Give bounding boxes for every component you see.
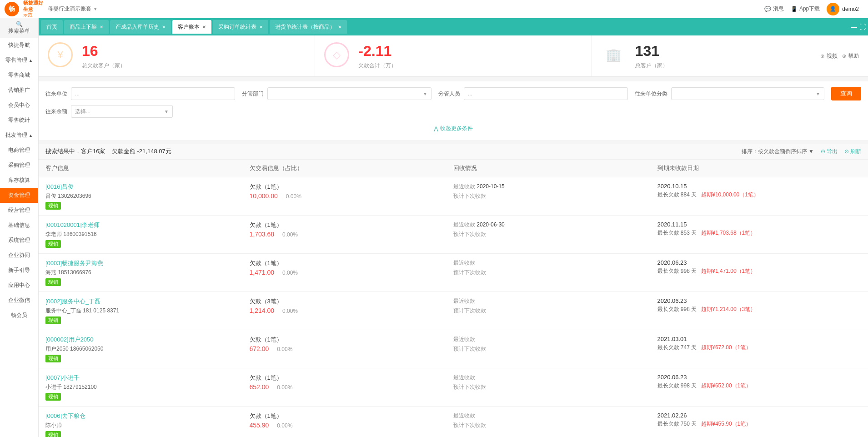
overdue-days-0: 最长欠款 884 天 超期¥10,000.00（1笔）	[657, 191, 862, 199]
video-button[interactable]: ⊙ 视频	[820, 52, 837, 60]
tab-close-purchase-stat[interactable]: ✕	[259, 25, 263, 30]
overdue-link-2[interactable]: 超期¥1,471.00（1笔）	[701, 268, 756, 274]
customer-phone-0: 吕俊 13026203696	[45, 192, 250, 200]
recovery-info-3: 最近收款 预计下次收款	[453, 297, 657, 324]
tab-purchase-stat[interactable]: 采购订单统计表 ✕	[213, 20, 268, 34]
tab-collapse-button[interactable]: —	[851, 23, 857, 30]
export-button[interactable]: ⊙ 导出	[821, 148, 838, 156]
filter-row-2: 往来余额 选择... ▼	[45, 105, 861, 118]
debt-amount-3[interactable]: 1,214.00	[250, 307, 275, 314]
sidebar-item-retail-mgmt[interactable]: 零售管理 ▲	[0, 53, 38, 68]
sidebar-item-basic-info[interactable]: 基础信息	[0, 218, 38, 233]
tab-home[interactable]: 首页	[41, 20, 63, 34]
unit-category-arrow-icon: ▼	[816, 91, 820, 96]
overdue-link-5[interactable]: 超期¥652.00（1笔）	[701, 382, 751, 389]
sidebar-item-vip-member[interactable]: 畅会员	[0, 308, 38, 323]
tab-close-product-history[interactable]: ✕	[162, 25, 166, 30]
debt-amount-5[interactable]: 652.00	[250, 383, 269, 391]
customer-tag-1: 现销	[45, 240, 61, 248]
sidebar-item-member-center[interactable]: 会员中心	[0, 98, 38, 113]
sidebar-search-menu[interactable]: 🔍 搜索菜单	[0, 18, 38, 38]
person-input[interactable]: ...	[464, 87, 628, 100]
overdue-link-1[interactable]: 超期¥1,703.68（1笔）	[701, 230, 756, 236]
collapse-icon: ⋀	[434, 126, 438, 132]
sidebar-item-inventory[interactable]: 库存核算	[0, 173, 38, 188]
stat-info-debt-customers: 16 总欠款客户（家）	[82, 43, 306, 70]
overdue-link-4[interactable]: 超期¥672.00（1笔）	[701, 344, 751, 351]
unit-category-select[interactable]: ▼	[671, 87, 824, 100]
debt-amount-6[interactable]: 455.90	[250, 422, 269, 429]
customer-name-6[interactable]: [0006]去下粮仓	[45, 412, 250, 420]
customer-name-4[interactable]: [000002]用户2050	[45, 336, 250, 344]
help-button[interactable]: ⊙ 帮助	[842, 52, 859, 60]
filter-area: 往来单位 ... 分管部门 ▼	[39, 81, 868, 140]
sidebar-item-finance[interactable]: 资金管理	[0, 188, 38, 203]
query-button[interactable]: 查询	[831, 87, 861, 100]
tab-product-history[interactable]: 产成品入库单历史 ✕	[110, 20, 171, 34]
stat-right-actions: ⊙ 视频 ⊙ 帮助	[820, 52, 859, 60]
debt-info-6: 欠款（1笔） 455.90 0.00%	[250, 412, 454, 437]
sidebar-item-batch-mgmt[interactable]: 批发管理 ▲	[0, 128, 38, 143]
unit-category-label: 往来单位分类	[635, 90, 667, 98]
filter-dept: 分管部门 ▼	[242, 87, 431, 100]
sidebar-item-enterprise-coop[interactable]: 企业协同	[0, 248, 38, 263]
tab-expand-button[interactable]: ⛶	[859, 23, 866, 30]
stats-bar: ¥ 16 总欠款客户（家） ◇ -2.11 欠款合计（万）	[39, 35, 868, 77]
overdue-info-4: 2021.03.01 最长欠款 747 天 超期¥672.00（1笔）	[657, 336, 862, 362]
sidebar-item-app-center[interactable]: 应用中心	[0, 278, 38, 293]
sidebar-item-retail-store[interactable]: 零售商城	[0, 68, 38, 83]
customer-info-3: [0002]服务中心_丁磊 服务中心_丁磊 181 0125 8371 现销	[45, 297, 250, 324]
sidebar-item-system-mgmt[interactable]: 系统管理	[0, 233, 38, 248]
sidebar-item-retail-stats[interactable]: 零售统计	[0, 113, 38, 128]
filter-source-unit: 往来单位 ...	[45, 87, 235, 100]
overdue-link-3[interactable]: 超期¥1,214.00（3笔）	[701, 306, 756, 312]
overdue-link-6[interactable]: 超期¥455.90（1笔）	[701, 421, 751, 427]
tab-product-online[interactable]: 商品上下架 ✕	[64, 20, 109, 34]
user-profile[interactable]: 👤 demo2	[827, 3, 859, 15]
sidebar-item-newbie-guide[interactable]: 新手引导	[0, 263, 38, 278]
sidebar-item-marketing[interactable]: 营销推广	[0, 83, 38, 98]
sort-button[interactable]: 排序：按欠款金额倒序排序 ▼	[742, 148, 814, 156]
table-row: [0007]小进千 小进千 18279152100 现销 欠款（1笔） 652.…	[39, 368, 868, 407]
dept-select[interactable]: ▼	[267, 87, 431, 100]
customer-name-2[interactable]: [0003]畅捷服务尹海燕	[45, 259, 250, 267]
sort-arrow-icon: ▼	[808, 148, 814, 155]
table-row: [0003]畅捷服务尹海燕 海燕 18513066976 现销 欠款（1笔） 1…	[39, 254, 868, 292]
overdue-link-0[interactable]: 超期¥10,000.00（1笔）	[701, 191, 759, 198]
tab-close-import-stat[interactable]: ✕	[338, 25, 341, 30]
tab-bar: 首页 商品上下架 ✕ 产成品入库单历史 ✕ 客户账本 ✕ 采购订单统计表 ✕	[39, 18, 868, 35]
sidebar-item-quick-nav[interactable]: 快捷导航	[0, 38, 38, 53]
sidebar-item-purchase-mgmt[interactable]: 采购管理	[0, 158, 38, 173]
source-unit-input[interactable]: ...	[71, 87, 235, 100]
debt-count-1: 欠款（1笔）	[250, 221, 454, 229]
sidebar-item-ecommerce[interactable]: 电商管理	[0, 143, 38, 158]
sidebar-item-enterprise-wechat[interactable]: 企业微信	[0, 293, 38, 308]
tab-import-stat[interactable]: 进货单统计表（按商品） ✕	[270, 20, 347, 34]
result-info: 搜索结果中，客户16家 欠款金额 -21,148.07元 排序：按欠款金额倒序排…	[39, 144, 868, 160]
tab-close-product-online[interactable]: ✕	[100, 25, 103, 30]
customer-tag-6: 现销	[45, 431, 61, 437]
tab-close-customer-account[interactable]: ✕	[202, 25, 206, 30]
industry-selector[interactable]: 母婴行业演示账套 ▼	[43, 5, 125, 13]
customer-name-1[interactable]: [0001020001]李老师	[45, 221, 250, 229]
debt-amount-0[interactable]: 10,000.00	[250, 192, 278, 200]
message-button[interactable]: 💬 消息	[764, 5, 784, 13]
balance-select[interactable]: 选择... ▼	[71, 105, 173, 118]
table-row: [0001020001]李老师 李老师 18600391516 现销 欠款（1笔…	[39, 216, 868, 254]
col-recovery: 回收情况	[453, 164, 657, 172]
tab-customer-account[interactable]: 客户账本 ✕	[172, 20, 211, 34]
debt-amount-2[interactable]: 1,471.00	[250, 269, 275, 276]
sidebar-item-business-mgmt[interactable]: 经营管理	[0, 203, 38, 218]
collapse-button[interactable]: ⋀ 收起更多条件	[434, 125, 473, 132]
refresh-button[interactable]: ⊙ 刷新	[844, 148, 861, 156]
overdue-info-6: 2021.02.26 最长欠款 750 天 超期¥455.90（1笔）	[657, 412, 862, 437]
customer-name-3[interactable]: [0002]服务中心_丁磊	[45, 297, 250, 306]
debt-amount-4[interactable]: 672.00	[250, 345, 269, 352]
diamond-icon-container: ◇	[324, 42, 351, 70]
diamond-icon: ◇	[324, 42, 349, 67]
app-download-button[interactable]: 📱 App下载	[791, 5, 820, 13]
yuan-icon-container: ¥	[48, 42, 75, 70]
customer-name-5[interactable]: [0007]小进千	[45, 374, 250, 382]
customer-name-0[interactable]: [0016]吕俊	[45, 183, 250, 191]
debt-amount-1[interactable]: 1,703.68	[250, 231, 275, 238]
